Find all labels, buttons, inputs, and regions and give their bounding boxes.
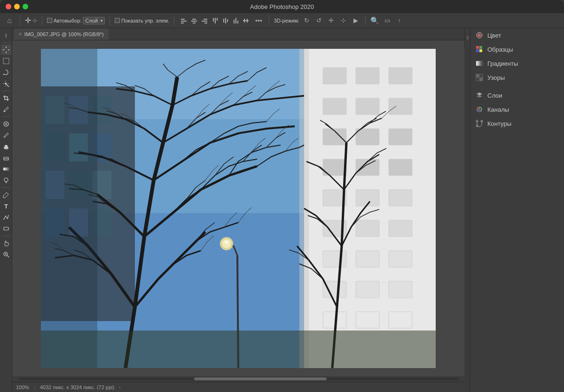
svg-rect-65 [389, 190, 412, 206]
svg-rect-107 [476, 74, 479, 77]
svg-rect-8 [204, 23, 207, 23]
channels-icon [475, 105, 484, 114]
more-options-button[interactable]: ••• [253, 17, 264, 24]
align-vcenter-button[interactable] [220, 16, 230, 25]
svg-rect-56 [389, 98, 412, 115]
svg-line-22 [6, 84, 9, 87]
main-layout: ⟫ [0, 28, 564, 392]
close-button[interactable] [6, 4, 11, 9]
move-tool-options: ✛ ⊹ [25, 16, 37, 25]
patterns-icon [475, 73, 484, 82]
move-tool[interactable] [1, 45, 11, 55]
shape-tool[interactable] [1, 223, 11, 234]
panel-item-layers[interactable]: Слои [470, 88, 564, 102]
separator-4 [174, 16, 174, 25]
gradient-tool[interactable] [1, 164, 11, 174]
stamp-tool[interactable] [1, 141, 11, 152]
svg-rect-0 [181, 19, 185, 20]
window-title: Adobe Photoshop 2020 [250, 3, 314, 10]
svg-rect-103 [476, 49, 479, 52]
text-tool[interactable]: T [1, 201, 11, 211]
heal-tool[interactable] [1, 119, 11, 129]
3d-roll-icon[interactable]: ↺ [314, 16, 324, 25]
right-panel: Цвет Образцы [470, 28, 564, 392]
panel-item-gradients[interactable]: Градиенты [470, 56, 564, 70]
panel-item-color[interactable]: Цвет [470, 28, 564, 42]
move-arrows-icon: ⊹ [32, 17, 37, 24]
tab-filename: IMG_0067.JPG @ 100% (RGB/8*) [24, 31, 104, 37]
panel-item-patterns[interactable]: Узоры [470, 70, 564, 85]
tool-separator-2 [2, 91, 10, 91]
minimize-button[interactable] [14, 4, 20, 9]
swatches-label: Образцы [487, 46, 513, 53]
3d-slide-icon[interactable]: ⊹ [339, 16, 348, 25]
canvas-image[interactable] [41, 49, 436, 368]
magic-wand-tool[interactable] [1, 78, 11, 89]
panel-item-swatches[interactable]: Образцы [470, 42, 564, 56]
status-separator: | [34, 384, 35, 390]
svg-rect-67 [356, 220, 379, 237]
svg-rect-9 [213, 18, 214, 22]
search-button[interactable]: 🔍 [370, 16, 380, 25]
align-bottom-button[interactable] [231, 16, 240, 25]
align-center-button[interactable] [189, 16, 199, 25]
tab-close-button[interactable]: × [19, 31, 22, 37]
svg-rect-53 [389, 68, 412, 84]
title-bar: Adobe Photoshop 2020 [0, 0, 564, 13]
crop-tool[interactable] [1, 93, 11, 103]
autoselect-checkbox[interactable] [47, 18, 52, 23]
svg-rect-70 [356, 251, 379, 267]
tool-separator-4 [2, 187, 10, 188]
scrollbar-thumb[interactable] [194, 377, 326, 380]
autoselect-group: Автовыбор: Слой [47, 17, 105, 24]
align-top-button[interactable] [210, 16, 219, 25]
3d-rotate-icon[interactable]: ↻ [302, 16, 312, 25]
tool-separator-1 [2, 42, 10, 43]
eyedropper-tool[interactable] [1, 104, 11, 115]
document-tab[interactable]: × IMG_0067.JPG @ 100% (RGB/8*) [14, 29, 109, 40]
svg-rect-68 [389, 220, 412, 237]
svg-marker-112 [477, 95, 482, 98]
panel-item-channels[interactable]: Каналы [470, 102, 564, 116]
3d-drag-icon[interactable]: ✛ [327, 16, 336, 25]
distribute-button[interactable] [241, 16, 251, 25]
3d-scale-icon[interactable]: ▶ [351, 16, 360, 25]
right-side: ⟪ Цвет [464, 28, 564, 392]
svg-rect-77 [389, 312, 412, 328]
selection-tool[interactable] [1, 56, 11, 66]
scrollbar-track [18, 377, 459, 380]
separator-6 [365, 16, 366, 25]
zoom-tool[interactable] [1, 249, 11, 260]
svg-rect-17 [237, 21, 238, 23]
pen-tool[interactable] [1, 190, 11, 200]
status-arrow[interactable]: › [119, 384, 120, 390]
dodge-tool[interactable] [1, 175, 11, 185]
maximize-button[interactable] [23, 4, 28, 9]
svg-rect-13 [225, 18, 226, 23]
lasso-tool[interactable] [1, 67, 11, 77]
brush-tool[interactable] [1, 130, 11, 140]
share-button[interactable]: ↑ [395, 16, 404, 25]
home-button[interactable]: ⌂ [4, 15, 15, 26]
svg-rect-32 [4, 147, 8, 148]
align-icons-group [179, 16, 251, 25]
arrange-windows-button[interactable]: ▭ [383, 16, 392, 25]
layers-icon [475, 91, 484, 100]
swatches-icon [475, 45, 484, 54]
right-panel-collapse-button[interactable]: ⟪ [464, 28, 470, 47]
hand-tool[interactable] [1, 238, 11, 248]
svg-rect-69 [323, 251, 346, 267]
path-selection-tool[interactable] [1, 212, 11, 223]
align-left-button[interactable] [179, 16, 188, 25]
color-label: Цвет [487, 32, 501, 39]
svg-rect-74 [389, 281, 412, 298]
toolbar-expand-button[interactable]: ⟫ [1, 30, 11, 40]
show-transform-checkbox[interactable] [115, 18, 120, 23]
traffic-lights[interactable] [6, 4, 28, 9]
panel-item-paths[interactable]: Контуры [470, 116, 564, 131]
horizontal-scrollbar[interactable] [12, 376, 464, 382]
layer-dropdown[interactable]: Слой [83, 17, 105, 24]
eraser-tool[interactable] [1, 153, 11, 163]
svg-rect-7 [202, 21, 207, 22]
align-right-button[interactable] [200, 16, 209, 25]
